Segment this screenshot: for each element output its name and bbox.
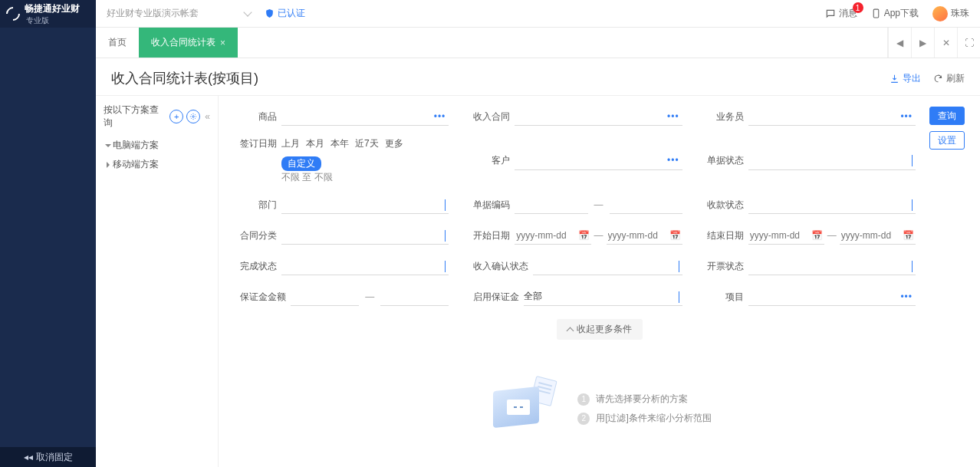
- end-date-to[interactable]: 📅: [840, 226, 916, 245]
- page-title: 收入合同统计表(按项目): [111, 69, 258, 87]
- download-link[interactable]: App下载: [871, 7, 919, 20]
- chevron-down-icon[interactable]: [442, 199, 449, 210]
- field-enable-deposit[interactable]: 全部: [524, 288, 682, 306]
- sidebar-unpin[interactable]: ◂◂ 取消固定: [0, 447, 96, 467]
- input-income-confirm[interactable]: [533, 260, 675, 272]
- input-complete-status[interactable]: [281, 260, 442, 272]
- field-contract-type[interactable]: [281, 226, 449, 245]
- chevron-down-icon: [243, 8, 252, 16]
- chevron-down-icon[interactable]: [909, 199, 916, 210]
- field-salesman[interactable]: •••: [748, 107, 916, 126]
- tab-prev[interactable]: ◀: [888, 28, 911, 58]
- tree-group-mobile[interactable]: 移动端方案: [105, 155, 213, 174]
- field-complete-status[interactable]: [281, 257, 449, 275]
- calendar-icon[interactable]: 📅: [578, 230, 590, 241]
- more-icon[interactable]: •••: [664, 155, 682, 166]
- tree-group-desktop[interactable]: 电脑端方案: [105, 136, 213, 155]
- opt-last-month[interactable]: 上月: [281, 137, 300, 150]
- input-customer[interactable]: [515, 154, 664, 166]
- sign-date-range: 不限 至 不限: [281, 171, 449, 184]
- nav-menu: [0, 28, 96, 447]
- tab-fullscreen[interactable]: ⛶: [957, 28, 980, 58]
- more-icon[interactable]: •••: [897, 111, 916, 122]
- input-contract-type[interactable]: [281, 229, 442, 242]
- messages-link[interactable]: 消息 1: [825, 7, 857, 20]
- opt-this-year[interactable]: 本年: [331, 137, 349, 150]
- step-2-text: 用[过滤]条件来缩小分析范围: [596, 412, 712, 425]
- search-button[interactable]: 查询: [929, 107, 965, 125]
- input-invoice-status[interactable]: [748, 260, 909, 272]
- calendar-icon[interactable]: 📅: [903, 230, 914, 241]
- label-complete-status: 完成状态: [237, 260, 277, 273]
- field-doc-status[interactable]: [748, 152, 916, 170]
- label-deposit: 保证金金额: [237, 291, 286, 304]
- collapse-filters-button[interactable]: 收起更多条件: [557, 319, 643, 340]
- close-icon[interactable]: ×: [220, 38, 225, 48]
- brand-edition: 专业版: [26, 15, 80, 26]
- field-invoice-status[interactable]: [748, 257, 916, 275]
- main-area: 好业财专业版演示帐套 已认证 消息 1 App下载 珠珠 首页 收入合同统计表 …: [96, 0, 980, 467]
- add-scheme-button[interactable]: +: [169, 110, 183, 123]
- input-deposit-to[interactable]: [380, 288, 449, 306]
- input-product[interactable]: [281, 110, 431, 123]
- label-salesman: 业务员: [704, 110, 744, 123]
- input-deposit-from[interactable]: [291, 288, 359, 306]
- input-salesman[interactable]: [748, 110, 898, 123]
- calendar-icon[interactable]: 📅: [669, 230, 681, 241]
- verified-badge[interactable]: 已认证: [265, 7, 305, 20]
- tab-next[interactable]: ▶: [911, 28, 934, 58]
- chevron-down-icon[interactable]: [676, 261, 682, 271]
- input-doc-no-from[interactable]: [515, 196, 587, 214]
- brand-logo-icon: [3, 4, 22, 23]
- chevron-down-icon[interactable]: [442, 230, 449, 241]
- label-income-confirm: 收入确认状态: [470, 260, 528, 273]
- input-doc-status[interactable]: [748, 154, 909, 166]
- chevron-down-icon[interactable]: [909, 155, 916, 166]
- field-customer[interactable]: •••: [515, 152, 682, 170]
- chevron-down-icon[interactable]: [442, 261, 449, 271]
- field-project[interactable]: •••: [748, 288, 916, 306]
- opt-this-month[interactable]: 本月: [306, 137, 324, 150]
- start-date-from[interactable]: 📅: [515, 226, 590, 245]
- input-receipt-status[interactable]: [748, 199, 909, 211]
- label-receipt-status: 收款状态: [704, 199, 744, 212]
- field-income-contract[interactable]: •••: [515, 107, 682, 126]
- calendar-icon[interactable]: 📅: [811, 230, 823, 241]
- input-dept[interactable]: [281, 199, 442, 211]
- tab-home[interactable]: 首页: [96, 28, 139, 58]
- field-dept[interactable]: [281, 196, 449, 214]
- settings-button[interactable]: 设置: [929, 131, 965, 150]
- more-icon[interactable]: •••: [897, 291, 916, 302]
- more-icon[interactable]: •••: [431, 111, 449, 122]
- tab-controls: ◀ ▶ ✕ ⛶: [887, 28, 980, 58]
- field-product[interactable]: •••: [281, 107, 449, 126]
- chevron-down-icon[interactable]: [676, 291, 682, 302]
- tree-collapse-button[interactable]: «: [205, 111, 210, 122]
- field-income-confirm[interactable]: [533, 257, 682, 275]
- input-income-contract[interactable]: [515, 110, 664, 123]
- input-project[interactable]: [748, 291, 898, 303]
- label-project: 项目: [704, 291, 744, 304]
- start-date-to[interactable]: 📅: [607, 226, 682, 245]
- org-selector[interactable]: 好业财专业版演示帐套: [107, 7, 251, 20]
- user-menu[interactable]: 珠珠: [932, 6, 969, 21]
- step-1-text: 请先选择要分析的方案: [596, 393, 688, 406]
- opt-custom[interactable]: 自定义: [281, 156, 321, 171]
- opt-7days[interactable]: 近7天: [355, 137, 379, 150]
- refresh-icon: [933, 74, 943, 84]
- opt-more[interactable]: 更多: [385, 137, 403, 150]
- field-receipt-status[interactable]: [748, 196, 916, 214]
- input-doc-no-to[interactable]: [610, 196, 682, 214]
- end-date-from[interactable]: 📅: [748, 226, 824, 245]
- label-dept: 部门: [237, 199, 277, 212]
- scheme-settings-button[interactable]: [186, 110, 200, 123]
- chevron-down-icon[interactable]: [909, 261, 916, 271]
- refresh-button[interactable]: 刷新: [933, 72, 965, 85]
- tab-close-all[interactable]: ✕: [934, 28, 957, 58]
- export-button[interactable]: 导出: [890, 72, 921, 85]
- label-customer: 客户: [470, 154, 510, 167]
- avatar-icon: [932, 6, 948, 21]
- gear-icon: [189, 113, 197, 120]
- tab-active[interactable]: 收入合同统计表 ×: [139, 28, 238, 58]
- more-icon[interactable]: •••: [664, 111, 682, 122]
